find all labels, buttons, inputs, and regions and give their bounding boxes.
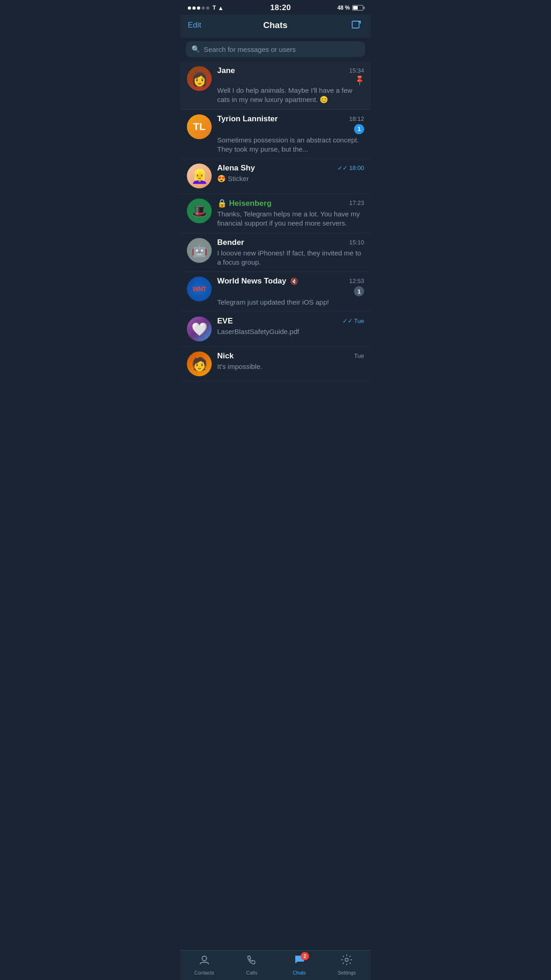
chat-item-bender[interactable]: 🤖 Bender 15:10 I looove new iPhones! If … (180, 233, 371, 272)
signal-dot-4 (202, 6, 205, 10)
signal-dot-3 (197, 6, 200, 10)
signal-dot-1 (188, 6, 191, 10)
avatar-alena: 👱‍♀️ (187, 164, 212, 188)
unread-badge-worldnews: 1 (354, 286, 364, 296)
chat-content-heisenberg: 🔒 Heisenberg 17:23 Thanks, Telegram help… (217, 198, 364, 228)
chat-item-eve[interactable]: 🤍 EVE ✓✓ Tue LaserBlastSafetyGuide.pdf (180, 312, 371, 347)
chat-time-bender: 15:10 (349, 239, 364, 246)
chat-item-nick[interactable]: 🧑 Nick Tue It's impossible. (180, 347, 371, 382)
chat-item-worldnews[interactable]: WNT World News Today 🔇 12:53 1 Telegram … (180, 272, 371, 312)
chat-meta-jane: 15:34 📌 (345, 66, 364, 85)
carrier-label: T (213, 5, 216, 11)
unread-badge-tyrion: 1 (354, 124, 364, 134)
chat-content-worldnews: World News Today 🔇 12:53 1 Telegram just… (217, 277, 364, 307)
chat-preview-heisenberg: Thanks, Telegram helps me a lot. You hav… (217, 210, 364, 228)
header: Edit Chats (180, 15, 371, 38)
battery-percent: 48 % (337, 5, 350, 11)
chat-name-worldnews: World News Today 🔇 (217, 277, 298, 286)
search-icon: 🔍 (191, 45, 200, 53)
search-bar[interactable]: 🔍 Search for messages or users (186, 41, 365, 57)
avatar-eve-image: 🤍 (191, 322, 208, 337)
chat-meta-worldnews: 12:53 1 (345, 277, 364, 296)
chat-name-jane: Jane (217, 66, 235, 75)
avatar-alena-image: 👱‍♀️ (191, 168, 208, 184)
chat-content-jane: Jane 15:34 📌 Well I do help animals. May… (217, 66, 364, 105)
content-area: 🔍 Search for messages or users 👩 Jane 15… (180, 38, 371, 412)
chat-meta-tyrion: 18:12 1 (345, 114, 364, 134)
chat-time-alena: ✓✓ 18:00 (337, 164, 364, 171)
chat-meta-heisenberg: 17:23 (345, 198, 364, 206)
chat-preview-eve: LaserBlastSafetyGuide.pdf (217, 327, 364, 336)
chat-header-heisenberg: 🔒 Heisenberg 17:23 (217, 198, 364, 208)
chat-header-bender: Bender 15:10 (217, 238, 364, 247)
chat-item-tyrion[interactable]: TL Tyrion Lannister 18:12 1 Sometimes po… (180, 110, 371, 159)
search-container: 🔍 Search for messages or users (180, 38, 371, 62)
status-time: 18:20 (270, 3, 291, 12)
chat-name-alena: Alena Shy (217, 164, 255, 173)
chat-item-jane[interactable]: 👩 Jane 15:34 📌 Well I do help animals. M… (180, 62, 371, 110)
pin-icon-jane: 📌 (353, 74, 366, 87)
chat-item-heisenberg[interactable]: 🎩 🔒 Heisenberg 17:23 Thanks, Telegram he… (180, 194, 371, 233)
lock-icon-heisenberg: 🔒 (217, 199, 227, 208)
chat-name-eve: EVE (217, 317, 233, 326)
chat-meta-nick: Tue (350, 351, 364, 359)
edit-button[interactable]: Edit (188, 21, 201, 30)
chat-time-eve: ✓✓ Tue (343, 317, 364, 324)
chat-preview-nick: It's impossible. (217, 362, 364, 371)
avatar-heisenberg-image: 🎩 (191, 204, 208, 219)
chat-time-heisenberg: 17:23 (349, 199, 364, 206)
chat-content-bender: Bender 15:10 I looove new iPhones! If fa… (217, 238, 364, 267)
signal-dot-2 (192, 6, 196, 10)
chat-header-tyrion: Tyrion Lannister 18:12 1 (217, 114, 364, 134)
chat-name-tyrion: Tyrion Lannister (217, 114, 278, 124)
compose-icon (351, 20, 362, 31)
chat-meta-bender: 15:10 (345, 238, 364, 246)
chat-header-jane: Jane 15:34 📌 (217, 66, 364, 85)
chat-name-heisenberg: 🔒 Heisenberg (217, 198, 271, 208)
avatar-eve: 🤍 (187, 317, 212, 341)
chat-preview-bender: I looove new iPhones! If fact, they invi… (217, 249, 364, 267)
avatar-tyrion-initials: TL (193, 121, 206, 133)
status-bar: T ▲ 18:20 48 % (180, 0, 371, 15)
chat-time-jane: 15:34 (349, 67, 364, 74)
chat-meta-eve: ✓✓ Tue (339, 317, 364, 324)
chat-time-nick: Tue (354, 352, 364, 359)
chat-time-worldnews: 12:53 (349, 278, 364, 284)
chat-time-tyrion: 18:12 (349, 115, 364, 122)
mute-icon-worldnews: 🔇 (290, 278, 298, 285)
chat-name-bender: Bender (217, 238, 244, 247)
chat-preview-alena: 😍 Sticker (217, 174, 364, 183)
svg-rect-0 (352, 21, 359, 28)
avatar-worldnews: WNT (187, 277, 212, 301)
avatar-bender-image: 🤖 (191, 243, 208, 258)
battery-icon (352, 5, 363, 11)
chat-name-nick: Nick (217, 351, 234, 361)
chat-preview-jane: Well I do help animals. Maybe I'll have … (217, 86, 364, 105)
chat-header-nick: Nick Tue (217, 351, 364, 361)
chat-content-alena: Alena Shy ✓✓ 18:00 😍 Sticker (217, 164, 364, 183)
chat-meta-alena: ✓✓ 18:00 (334, 164, 364, 171)
chat-item-alena[interactable]: 👱‍♀️ Alena Shy ✓✓ 18:00 😍 Sticker (180, 159, 371, 194)
double-check-eve: ✓✓ (343, 317, 353, 324)
double-check-alena: ✓✓ (337, 164, 348, 171)
battery-container (352, 5, 363, 11)
wifi-icon: ▲ (218, 5, 224, 11)
avatar-worldnews-text: WNT (193, 285, 206, 293)
signal-dots (188, 6, 209, 10)
compose-button[interactable] (349, 18, 363, 32)
status-left: T ▲ (188, 5, 224, 11)
chat-list: 👩 Jane 15:34 📌 Well I do help animals. M… (180, 62, 371, 382)
signal-dot-5 (206, 6, 209, 10)
chat-header-worldnews: World News Today 🔇 12:53 1 (217, 277, 364, 296)
battery-fill (353, 6, 358, 10)
chat-preview-tyrion: Sometimes possession is an abstract conc… (217, 136, 364, 154)
avatar-heisenberg: 🎩 (187, 198, 212, 223)
avatar-bender: 🤖 (187, 238, 212, 263)
chat-content-tyrion: Tyrion Lannister 18:12 1 Sometimes posse… (217, 114, 364, 154)
chat-header-eve: EVE ✓✓ Tue (217, 317, 364, 326)
search-input[interactable]: Search for messages or users (204, 45, 296, 53)
page-title: Chats (263, 20, 287, 30)
avatar-nick: 🧑 (187, 351, 212, 376)
avatar-tyrion: TL (187, 114, 212, 139)
avatar-jane-image: 👩 (191, 71, 208, 87)
